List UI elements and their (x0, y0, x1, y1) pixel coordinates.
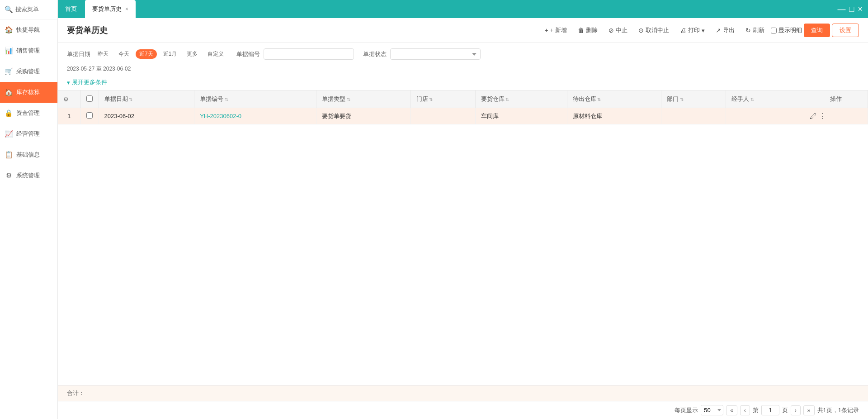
summary-label: 合计： (67, 389, 85, 397)
shortcut-yesterday[interactable]: 昨天 (94, 49, 112, 59)
td-doc-no[interactable]: YH-20230602-0 (194, 108, 316, 124)
sidebar-item-quick-nav[interactable]: 🏠 快捷导航 (0, 19, 57, 40)
td-dept (661, 108, 726, 124)
td-store (410, 108, 475, 124)
sidebar-item-basic[interactable]: 📋 基础信息 (0, 144, 57, 165)
sidebar-item-label: 库存核算 (16, 88, 40, 96)
row-action-group: 🖊 ⋮ (810, 112, 862, 120)
chevron-down-icon: ▾ (67, 79, 70, 86)
last-page-btn[interactable]: » (803, 405, 815, 415)
th-store[interactable]: 门店 (410, 90, 475, 108)
print-button[interactable]: 🖨 打印 ▾ (675, 24, 709, 37)
settings-column-icon[interactable]: ⚙ (63, 96, 69, 103)
page-size-label: 每页显示 (675, 406, 698, 414)
date-filter-group: 单据日期 昨天 今天 近7天 近1月 更多 自定义 (67, 49, 227, 59)
th-doc-no[interactable]: 单据编号 (194, 90, 316, 108)
page-title: 要货单历史 (67, 25, 108, 36)
sidebar-item-finance[interactable]: 🔒 资金管理 (0, 103, 57, 124)
sidebar-item-inventory[interactable]: 🏠 库存核算 (0, 82, 57, 103)
th-doc-type[interactable]: 单据类型 (316, 90, 410, 108)
stop-button[interactable]: ⊘ 中止 (604, 24, 632, 37)
show-detail-toggle[interactable]: 显示明细 (771, 26, 802, 34)
minimize-icon[interactable]: — (838, 5, 846, 13)
th-checkbox[interactable] (80, 90, 99, 108)
shortcut-1month[interactable]: 近1月 (160, 49, 181, 59)
sidebar-item-system[interactable]: ⚙ 系统管理 (0, 165, 57, 186)
sidebar-item-label: 采购管理 (16, 67, 40, 76)
filter-row: 单据日期 昨天 今天 近7天 近1月 更多 自定义 单据编号 单据状态 (67, 48, 859, 65)
maximize-icon[interactable]: □ (849, 5, 854, 13)
row-checkbox[interactable] (86, 112, 93, 119)
tab-home[interactable]: 首页 (58, 0, 84, 18)
doc-no-label: 单据编号 (236, 50, 260, 58)
expand-more-btn[interactable]: ▾ 展开更多条件 (67, 75, 859, 90)
date-shortcuts: 昨天 今天 近7天 近1月 更多 自定义 (94, 49, 227, 59)
th-date[interactable]: 单据日期 (99, 90, 194, 108)
doc-no-link[interactable]: YH-20230602-0 (200, 113, 241, 119)
cancel-stop-icon: ⊙ (638, 27, 644, 34)
th-dept[interactable]: 部门 (661, 90, 726, 108)
td-checkbox[interactable] (80, 108, 99, 124)
tab-active[interactable]: 要货单历史 × (85, 0, 136, 18)
shortcut-more[interactable]: 更多 (183, 49, 201, 59)
sidebar: 🔍 搜索菜单 🏠 快捷导航 📊 销售管理 🛒 采购管理 🏠 库存核算 🔒 资金管… (0, 0, 58, 419)
th-action: 操作 (804, 90, 868, 108)
th-pending-warehouse[interactable]: 待出仓库 (567, 90, 661, 108)
prev-page-btn[interactable]: ‹ (740, 405, 750, 415)
status-select[interactable] (390, 48, 481, 60)
doc-no-filter-group: 单据编号 (236, 48, 354, 60)
cancel-stop-button[interactable]: ⊙ 取消中止 (634, 24, 674, 37)
td-pending-warehouse: 原材料仓库 (567, 108, 661, 124)
show-detail-checkbox[interactable] (771, 28, 777, 33)
status-filter-group: 单据状态 (363, 48, 481, 60)
td-seq: 1 (58, 108, 80, 124)
next-page-btn[interactable]: › (791, 405, 801, 415)
export-button[interactable]: ↗ 导出 (711, 24, 739, 37)
export-icon: ↗ (716, 27, 721, 34)
th-handler[interactable]: 经手人 (726, 90, 804, 108)
sidebar-item-label: 销售管理 (16, 47, 40, 55)
tabs-bar: 首页 要货单历史 × — □ × (58, 0, 868, 18)
page-size-select[interactable]: 50 20 100 200 (701, 405, 723, 415)
sidebar-item-label: 经营管理 (16, 130, 40, 138)
select-all-checkbox[interactable] (86, 95, 93, 102)
doc-no-input[interactable] (264, 48, 354, 60)
shortcut-custom[interactable]: 自定义 (204, 49, 227, 59)
stop-icon: ⊘ (609, 27, 614, 34)
header-actions: + + 新增 🗑 删除 ⊘ 中止 ⊙ 取消中止 🖨 打印 ▾ ↗ (540, 24, 859, 37)
chart-icon: 📊 (5, 47, 13, 55)
status-label: 单据状态 (363, 50, 387, 58)
sidebar-item-label: 资金管理 (16, 109, 40, 117)
pagination: 每页显示 50 20 100 200 « ‹ 第 页 › » 共1页，1条记录 (58, 401, 868, 419)
print-icon: 🖨 (680, 27, 686, 34)
row-edit-icon[interactable]: 🖊 (810, 112, 817, 120)
page-number-input[interactable] (761, 405, 779, 415)
th-req-warehouse[interactable]: 要货仓库 (475, 90, 567, 108)
sidebar-item-operations[interactable]: 📈 经营管理 (0, 124, 57, 144)
table-row: 1 2023-06-02 YH-20230602-0 要货单要货 车间库 原材料… (58, 108, 868, 124)
home-icon: 🏠 (5, 26, 13, 34)
sidebar-item-sales[interactable]: 📊 销售管理 (0, 40, 57, 61)
shortcut-7days[interactable]: 近7天 (136, 49, 157, 59)
td-action: 🖊 ⋮ (804, 108, 868, 124)
cart-icon: 🛒 (5, 67, 13, 76)
window-close-icon[interactable]: × (858, 5, 863, 13)
sidebar-item-purchase[interactable]: 🛒 采购管理 (0, 61, 57, 82)
settings-button[interactable]: 设置 (832, 24, 859, 37)
td-doc-type: 要货单要货 (316, 108, 410, 124)
query-button[interactable]: 查询 (804, 24, 830, 37)
refresh-button[interactable]: ↻ 刷新 (741, 24, 769, 37)
th-settings[interactable]: ⚙ (58, 90, 80, 108)
tab-close-icon[interactable]: × (125, 6, 128, 12)
first-page-btn[interactable]: « (726, 405, 737, 415)
sidebar-search[interactable]: 🔍 搜索菜单 (0, 0, 57, 19)
row-more-icon[interactable]: ⋮ (819, 112, 826, 120)
footer-summary: 合计： (58, 385, 868, 401)
delete-button[interactable]: 🗑 删除 (573, 24, 602, 37)
shortcut-today[interactable]: 今天 (115, 49, 133, 59)
new-button[interactable]: + + 新增 (540, 24, 571, 37)
sidebar-item-label: 系统管理 (16, 171, 40, 180)
date-label: 单据日期 (67, 50, 90, 58)
sidebar-item-label: 基础信息 (16, 151, 40, 159)
page-suffix: 页 (782, 406, 788, 414)
